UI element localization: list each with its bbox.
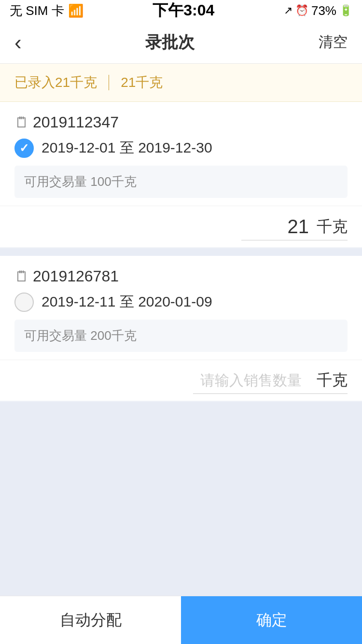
status-time: 下午3:04 <box>153 0 214 21</box>
quantity-input-2[interactable] <box>125 372 309 389</box>
battery-icon: 🔋 <box>339 4 352 17</box>
batch-available-2: 可用交易量 200千克 <box>14 320 348 352</box>
batch-card-1: 🗒 2019112347 ✓ 2019-12-01 至 2019-12-30 可… <box>0 102 362 247</box>
back-button[interactable]: ‹ <box>14 30 22 55</box>
batch-amount-value-1: 21 <box>288 216 309 238</box>
bottom-bar: 自动分配 确定 <box>0 596 362 644</box>
confirm-button[interactable]: 确定 <box>181 596 362 644</box>
batch-id-1: 2019112347 <box>33 113 119 131</box>
info-banner: 已录入21千克 21千克 <box>0 64 362 102</box>
page-title: 录批次 <box>145 31 195 54</box>
doc-icon-2: 🗒 <box>14 268 29 285</box>
content-area: 🗒 2019112347 ✓ 2019-12-01 至 2019-12-30 可… <box>0 102 362 644</box>
wifi-icon: 📶 <box>68 3 84 18</box>
recorded-value: 21千克 <box>121 73 163 92</box>
batch-amount-row-1: 21 千克 <box>0 206 362 247</box>
amount-underline-1 <box>241 240 348 240</box>
status-bar: 无 SIM 卡 📶 下午3:04 ↗ ⏰ 73% 🔋 <box>0 0 362 21</box>
batch-date-2: 2019-12-11 至 2020-01-09 <box>42 292 212 312</box>
batch-input-row-2: 千克 <box>0 360 362 401</box>
no-sim-text: 无 SIM 卡 <box>10 2 64 19</box>
batch-card-2-inner: 🗒 2019126781 2019-12-11 至 2020-01-09 可用交… <box>0 256 362 352</box>
radio-selected-1[interactable]: ✓ <box>14 139 34 158</box>
batch-input-unit-2: 千克 <box>317 370 348 391</box>
doc-icon-1: 🗒 <box>14 114 29 131</box>
gray-area <box>0 402 362 604</box>
batch-date-row-1: ✓ 2019-12-01 至 2019-12-30 <box>14 138 348 158</box>
batch-id-2: 2019126781 <box>33 267 119 285</box>
alarm-icon: ⏰ <box>295 4 308 17</box>
batch-amount-unit-1: 千克 <box>317 216 348 238</box>
section-separator-1 <box>0 248 362 256</box>
status-left: 无 SIM 卡 📶 <box>10 2 84 19</box>
batch-id-row-2: 🗒 2019126781 <box>14 267 348 285</box>
batch-date-row-2: 2019-12-11 至 2020-01-09 <box>14 292 348 312</box>
battery-text: 73% <box>311 3 336 18</box>
recorded-label: 已录入21千克 <box>14 73 97 92</box>
nav-bar: ‹ 录批次 清空 <box>0 21 362 64</box>
location-icon: ↗ <box>284 4 292 17</box>
batch-card-1-inner: 🗒 2019112347 ✓ 2019-12-01 至 2019-12-30 可… <box>0 102 362 198</box>
input-underline-2 <box>193 393 348 394</box>
status-right: ↗ ⏰ 73% 🔋 <box>284 3 352 18</box>
auto-distribute-button[interactable]: 自动分配 <box>0 596 181 644</box>
banner-divider <box>109 75 109 90</box>
batch-available-1: 可用交易量 100千克 <box>14 166 348 198</box>
batch-card-2: 🗒 2019126781 2019-12-11 至 2020-01-09 可用交… <box>0 256 362 401</box>
radio-unselected-2[interactable] <box>14 293 34 312</box>
batch-id-row-1: 🗒 2019112347 <box>14 113 348 131</box>
checkmark-icon-1: ✓ <box>19 141 29 155</box>
clear-button[interactable]: 清空 <box>319 32 348 52</box>
page: 无 SIM 卡 📶 下午3:04 ↗ ⏰ 73% 🔋 ‹ 录批次 清空 已录入2… <box>0 0 362 644</box>
batch-date-1: 2019-12-01 至 2019-12-30 <box>42 138 212 158</box>
